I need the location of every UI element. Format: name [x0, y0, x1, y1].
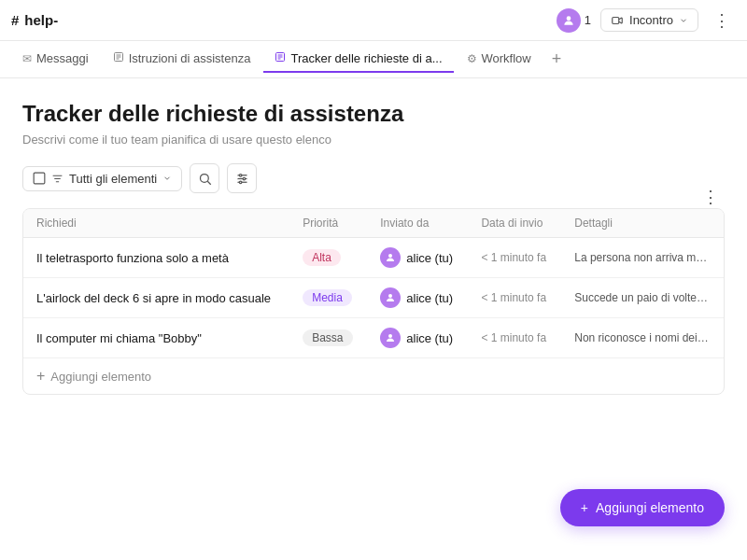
meeting-button[interactable]: Incontro	[600, 8, 698, 32]
hash-icon: #	[11, 12, 19, 28]
cell-request: Il computer mi chiama "Bobby"	[23, 318, 289, 358]
tab-bar: ✉ Messaggi Istruzioni di assistenza Trac…	[0, 41, 747, 78]
tracker-icon	[275, 51, 286, 65]
page-title: Tracker delle richieste di assistenza	[22, 101, 725, 127]
plus-icon: +	[36, 368, 45, 385]
user-avatar	[557, 8, 581, 33]
sender-avatar	[380, 328, 401, 348]
add-tab-button[interactable]: +	[544, 46, 570, 73]
cell-sender: alice (tu)	[367, 318, 468, 358]
priority-badge: Media	[303, 289, 352, 306]
table-row[interactable]: L'airlock del deck 6 si apre in modo cas…	[23, 278, 724, 318]
fab-plus-icon: +	[581, 500, 588, 515]
svg-point-22	[388, 334, 392, 338]
cell-priority: Media	[289, 278, 367, 318]
sliders-button[interactable]	[227, 163, 257, 193]
svg-point-0	[566, 16, 571, 21]
svg-rect-1	[613, 17, 619, 23]
search-button[interactable]	[190, 163, 219, 193]
svg-point-19	[239, 181, 242, 184]
col-inviato-da: Inviato da	[367, 209, 468, 238]
priority-badge: Bassa	[303, 329, 352, 346]
avatar-count: 1	[557, 8, 591, 33]
tab-tracker[interactable]: Tracker delle richieste di a...	[263, 46, 453, 73]
app-name: # help-	[11, 12, 58, 28]
cell-details: Non riconosce i nomi dei memb...	[561, 318, 724, 358]
toolbar: Tutti gli elementi	[22, 163, 725, 193]
online-count: 1	[585, 13, 591, 27]
requests-table: Richiedi Priorità Inviato da Data di inv…	[22, 208, 725, 395]
tab-messaggi[interactable]: ✉ Messaggi	[11, 46, 100, 73]
fab-label: Aggiungi elemento	[596, 500, 704, 515]
svg-point-18	[243, 177, 246, 180]
sender-avatar	[380, 287, 401, 308]
fab-add-button[interactable]: + Aggiungi elemento	[560, 489, 725, 526]
svg-point-12	[200, 174, 208, 182]
svg-line-13	[207, 181, 210, 184]
table-row[interactable]: Il computer mi chiama "Bobby" Bassa alic…	[23, 318, 724, 358]
topbar: # help- 1 Incontro ⋮	[0, 0, 747, 41]
tab-workflow[interactable]: ⚙ Workflow	[456, 46, 543, 73]
cell-date: < 1 minuto fa	[468, 278, 561, 318]
tab-tracker-label: Tracker delle richieste di a...	[290, 51, 442, 65]
col-data-invio: Data di invio	[468, 209, 561, 238]
col-priorita: Priorità	[289, 209, 367, 238]
cell-priority: Alta	[289, 238, 367, 278]
sender-avatar	[380, 247, 401, 268]
topbar-menu-button[interactable]: ⋮	[708, 8, 736, 33]
sender-name: alice (tu)	[406, 291, 453, 305]
meeting-label: Incontro	[629, 13, 673, 27]
workflow-icon: ⚙	[467, 52, 477, 65]
cell-date: < 1 minuto fa	[468, 318, 561, 358]
page-subtitle: Descrivi come il tuo team pianifica di u…	[22, 133, 725, 147]
tab-istruzioni-label: Istruzioni di assistenza	[129, 51, 251, 65]
add-element-label: Aggiungi elemento	[50, 370, 151, 384]
sender-name: alice (tu)	[406, 251, 453, 265]
cell-sender: alice (tu)	[367, 238, 468, 278]
app-title: help-	[24, 12, 58, 28]
cell-priority: Bassa	[289, 318, 367, 358]
cell-sender: alice (tu)	[367, 278, 468, 318]
svg-point-17	[239, 174, 242, 176]
istruzioni-icon	[113, 51, 124, 65]
col-richiedi: Richiedi	[23, 209, 289, 238]
svg-rect-10	[34, 173, 45, 184]
tab-messaggi-label: Messaggi	[36, 51, 89, 65]
svg-point-21	[388, 294, 392, 298]
cell-request: L'airlock del deck 6 si apre in modo cas…	[23, 278, 289, 318]
filter-button[interactable]: Tutti gli elementi	[22, 166, 182, 191]
topbar-right: 1 Incontro ⋮	[557, 8, 736, 33]
tab-workflow-label: Workflow	[482, 51, 531, 65]
priority-badge: Alta	[303, 249, 341, 266]
add-element-row[interactable]: + Aggiungi elemento	[23, 357, 724, 394]
page-more-button[interactable]: ⋮	[697, 183, 725, 211]
tab-istruzioni[interactable]: Istruzioni di assistenza	[102, 46, 262, 73]
page-content: Tracker delle richieste di assistenza De…	[0, 78, 747, 395]
cell-date: < 1 minuto fa	[468, 238, 561, 278]
table-header-row: Richiedi Priorità Inviato da Data di inv…	[23, 209, 724, 238]
sender-name: alice (tu)	[406, 331, 453, 345]
cell-request: Il teletrasporto funziona solo a metà	[23, 238, 289, 278]
filter-label: Tutti gli elementi	[69, 172, 157, 186]
cell-details: La persona non arriva mai a ...	[561, 238, 724, 278]
col-dettagli: Dettagli	[561, 209, 724, 238]
messaggi-icon: ✉	[22, 52, 32, 65]
table-row[interactable]: Il teletrasporto funziona solo a metà Al…	[23, 238, 724, 278]
svg-point-20	[388, 254, 392, 258]
cell-details: Succede un paio di volte all'ora	[561, 278, 724, 318]
